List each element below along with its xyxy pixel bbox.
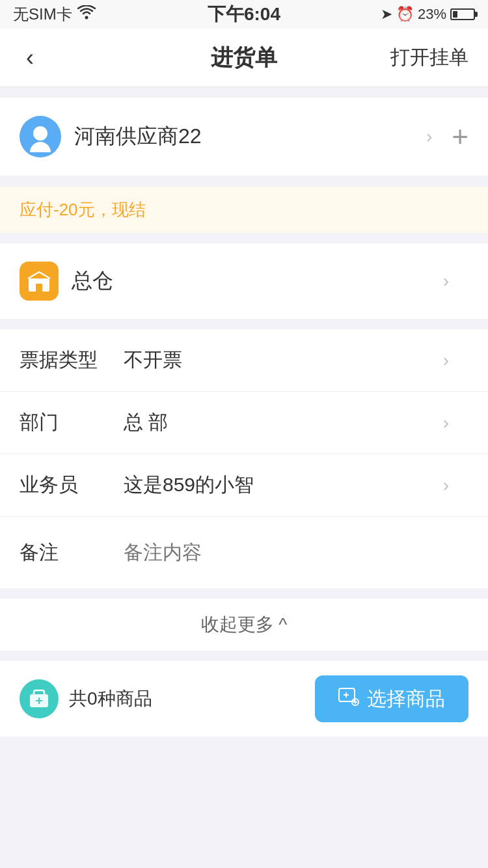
salesperson-value: 这是859的小智 xyxy=(111,472,443,498)
product-count-area: 共0种商品 xyxy=(20,679,152,718)
supplier-row[interactable]: 河南供应商22 › + xyxy=(0,98,488,176)
remark-row: 备注 xyxy=(0,517,488,588)
battery-percent: 23% xyxy=(418,6,446,23)
collapse-button[interactable]: 收起更多 ^ xyxy=(0,599,488,651)
salesperson-label: 业务员 xyxy=(20,472,111,498)
svg-point-0 xyxy=(85,16,88,20)
remark-input[interactable] xyxy=(111,541,468,563)
invoice-type-row[interactable]: 票据类型 不开票 › xyxy=(0,329,488,392)
back-button[interactable]: ‹ xyxy=(20,38,40,78)
supplier-name: 河南供应商22 xyxy=(74,122,426,151)
salesperson-row[interactable]: 业务员 这是859的小智 › xyxy=(0,454,488,517)
collapse-label: 收起更多 ^ xyxy=(201,612,288,637)
invoice-type-value: 不开票 xyxy=(111,347,443,373)
department-chevron-icon: › xyxy=(443,413,449,433)
form-section: 票据类型 不开票 › 部门 总 部 › 业务员 这是859的小智 › 备注 xyxy=(0,329,488,588)
supplier-chevron-icon: › xyxy=(426,126,432,147)
salesperson-chevron-icon: › xyxy=(443,475,449,496)
warehouse-icon xyxy=(20,262,59,301)
battery-icon xyxy=(450,8,475,20)
add-button[interactable]: + xyxy=(452,122,468,151)
product-count-text: 共0种商品 xyxy=(69,686,152,711)
alarm-icon: ⏰ xyxy=(396,6,414,23)
department-value: 总 部 xyxy=(111,409,443,436)
nav-bar: ‹ 进货单 打开挂单 xyxy=(0,29,488,87)
avatar-person-icon xyxy=(30,126,51,147)
status-bar: 无SIM卡 下午6:04 ➤ ⏰ 23% xyxy=(0,0,488,29)
separator-top xyxy=(0,87,488,98)
select-btn-label: 选择商品 xyxy=(367,686,445,712)
invoice-type-label: 票据类型 xyxy=(20,347,111,373)
wifi-icon xyxy=(77,5,96,23)
notice-text: 应付-20元，现结 xyxy=(20,200,146,219)
warehouse-chevron-icon: › xyxy=(443,271,449,292)
bottom-bar: 共0种商品 选择商品 xyxy=(0,661,488,737)
status-time: 下午6:04 xyxy=(208,2,280,27)
remark-label: 备注 xyxy=(20,539,111,566)
select-product-button[interactable]: 选择商品 xyxy=(315,675,468,722)
carrier-label: 无SIM卡 xyxy=(13,4,72,25)
gray-area xyxy=(0,737,488,868)
supplier-avatar xyxy=(20,116,61,157)
product-icon xyxy=(20,679,59,718)
location-icon: ➤ xyxy=(381,6,392,23)
status-left: 无SIM卡 xyxy=(13,4,96,25)
svg-rect-2 xyxy=(36,284,42,292)
page-title: 进货单 xyxy=(211,43,277,73)
warehouse-row[interactable]: 总仓 › xyxy=(0,243,488,319)
warehouse-name: 总仓 xyxy=(72,267,443,295)
status-right: ➤ ⏰ 23% xyxy=(381,6,475,23)
invoice-type-chevron-icon: › xyxy=(443,350,449,371)
supplier-section: 河南供应商22 › + xyxy=(0,98,488,176)
notice-bar: 应付-20元，现结 xyxy=(0,187,488,233)
select-btn-icon xyxy=(338,688,359,711)
open-pending-button[interactable]: 打开挂单 xyxy=(390,44,468,71)
department-label: 部门 xyxy=(20,409,111,436)
content-area: 河南供应商22 › + 应付-20元，现结 总仓 › 票据类型 不开票 › 部门 xyxy=(0,87,488,868)
department-row[interactable]: 部门 总 部 › xyxy=(0,392,488,454)
